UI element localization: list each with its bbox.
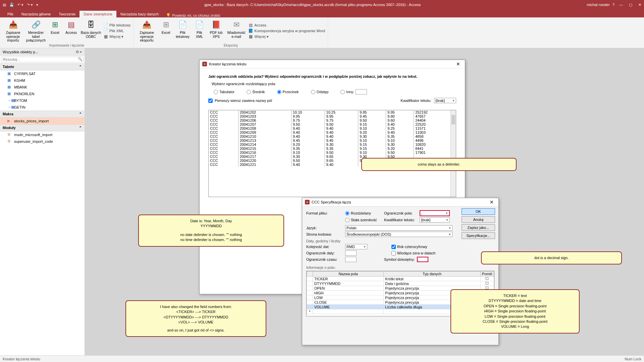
- import-text-button[interactable]: 📄Plik tekstowy: [103, 23, 131, 27]
- tab-create[interactable]: Tworzenie: [55, 11, 79, 17]
- group-label-export: Eksportuj: [137, 43, 325, 47]
- table-item[interactable]: →▦BYTOM: [0, 97, 85, 104]
- tables-category[interactable]: Tabele⌃: [0, 63, 85, 70]
- other-delim-input[interactable]: [356, 89, 367, 95]
- xml-file-icon: 📄: [103, 28, 108, 33]
- word-icon: 📘: [249, 28, 253, 33]
- module-item[interactable]: ⚙superuser_import_code: [0, 138, 85, 145]
- radio-fixed[interactable]: Stała szerokość: [345, 218, 382, 222]
- import-more-button[interactable]: ▦Więcej ▾: [103, 34, 131, 39]
- four-digit-year-checkbox[interactable]: Rok czterocyfrowy: [391, 245, 427, 249]
- email-icon: ✉: [231, 19, 242, 30]
- text-qual-select[interactable]: {brak}▼: [420, 217, 450, 223]
- date-order-label: Kolejność dat:: [306, 245, 343, 249]
- search-input[interactable]: [1, 57, 77, 62]
- user-name[interactable]: michal roesler: [587, 3, 609, 7]
- table-item[interactable]: →▦GETIN: [0, 104, 85, 111]
- export-xml-button[interactable]: 📄Plik XML: [193, 19, 206, 43]
- export-text-button[interactable]: 📄Plik tekstowy: [175, 19, 191, 43]
- export-access-button[interactable]: ▤Access: [249, 23, 325, 27]
- xml-icon: 📄: [194, 19, 205, 30]
- text-qualifier-select[interactable]: {brak}▼: [434, 98, 456, 103]
- language-select[interactable]: Polski▼: [345, 225, 452, 231]
- macros-category[interactable]: Makra⌃: [0, 111, 85, 118]
- tab-home[interactable]: Narzędzia główne: [17, 11, 55, 17]
- macro-item[interactable]: ▶stocks_prices_import: [0, 118, 85, 124]
- navpane-search[interactable]: 🔍: [1, 57, 84, 62]
- text-icon: 📄: [177, 19, 188, 30]
- date-delim-input[interactable]: [345, 250, 357, 256]
- export-pdf-button[interactable]: 📕PDF lub XPS: [208, 19, 224, 43]
- wizard-question: Jaki ogranicznik oddziela pola? Wybierz …: [208, 74, 456, 78]
- access-db-icon: ▤: [66, 19, 76, 30]
- ok-button[interactable]: OK: [462, 208, 495, 215]
- radio-semicolon[interactable]: Średnik: [247, 90, 265, 94]
- linked-table-icon: →▦: [7, 98, 12, 103]
- titlebar: ▤ 💾 ↶ ▾ ↷ ▾ ▾ gpw_stocks : Baza danych- …: [0, 0, 644, 9]
- search-icon[interactable]: 🔍: [77, 57, 83, 62]
- specs-button[interactable]: Specyfikacje...: [462, 232, 495, 239]
- help-icon[interactable]: ?: [612, 3, 614, 7]
- language-label: Język:: [306, 226, 343, 230]
- maximize-icon[interactable]: ▢: [629, 3, 632, 7]
- radio-other[interactable]: Inny:: [340, 89, 367, 95]
- saveas-button[interactable]: Zapisz jako...: [462, 224, 495, 231]
- close-icon[interactable]: ✕: [454, 61, 462, 67]
- modules-category[interactable]: Moduły⌃: [0, 124, 85, 131]
- tell-me[interactable]: 💡Powiedz mi, co chcesz zrobić: [166, 13, 220, 17]
- more-icon: ▦: [249, 34, 253, 39]
- linked-table-icon: 🔗: [31, 19, 41, 30]
- radio-comma[interactable]: Przecinek: [277, 90, 299, 94]
- close-icon[interactable]: ✕: [638, 3, 641, 7]
- scrollbar[interactable]: [450, 110, 456, 197]
- date-order-select[interactable]: RMD▼: [345, 244, 367, 249]
- decimal-symbol-input[interactable]: [417, 257, 428, 262]
- collapse-icon[interactable]: ⊙ «: [76, 50, 82, 54]
- save-icon[interactable]: 💾: [9, 3, 14, 7]
- time-delim-input[interactable]: [345, 257, 357, 262]
- radio-delimited[interactable]: Rozdzielany: [345, 211, 382, 216]
- file-format-label: Format pliku:: [306, 211, 343, 215]
- export-word-merge-button[interactable]: 📘Korespondencja seryjna w programie Word: [249, 28, 325, 33]
- table-item[interactable]: ▦MBANK: [0, 84, 85, 90]
- saved-exports-icon: 📤: [142, 19, 152, 30]
- dialog-title: Kreator łączenia tekstu: [209, 62, 247, 66]
- import-xml-button[interactable]: 📄Plik XML: [103, 28, 131, 33]
- saved-imports-button[interactable]: 📥Zapisane operacje importu: [3, 19, 23, 43]
- table-item[interactable]: ▦PKNORLEN: [0, 90, 85, 97]
- pdf-icon: 📕: [211, 19, 222, 30]
- table-item[interactable]: ▦CYFRPLSAT: [0, 70, 85, 77]
- saved-exports-button[interactable]: 📤Zapisane operacje eksportu: [137, 19, 157, 43]
- export-email-button[interactable]: ✉Wiadomość e-mail: [226, 19, 247, 43]
- import-excel-button[interactable]: ⊞Excel: [48, 19, 62, 43]
- status-right: Num Lock: [625, 357, 641, 361]
- table-icon: ▦: [7, 92, 12, 96]
- redo-icon[interactable]: ↷ ▾: [27, 3, 33, 7]
- first-row-checkbox[interactable]: Pierwszy wiersz zawiera nazwy pól: [208, 99, 272, 103]
- navpane-header[interactable]: Wszystkie obiekty p... ⊙ «: [0, 48, 85, 56]
- import-odbc-button[interactable]: 🗄Baza danych ODBC: [80, 19, 101, 43]
- import-access-button[interactable]: ▤Access: [64, 19, 78, 43]
- qat-custom-icon[interactable]: ▾: [36, 3, 38, 7]
- dialog-icon: ≡: [202, 62, 207, 66]
- close-icon[interactable]: ✕: [488, 199, 496, 205]
- export-excel-button[interactable]: ⊞Excel: [159, 19, 173, 43]
- module-item[interactable]: ⚙msdn_microsoft_import: [0, 131, 85, 138]
- tab-external-data[interactable]: Dane zewnętrzne: [79, 11, 116, 17]
- radio-space[interactable]: Odstęp: [311, 90, 328, 94]
- cancel-button[interactable]: Anuluj: [462, 216, 495, 223]
- table-item[interactable]: ▦KGHM: [0, 77, 85, 84]
- undo-icon[interactable]: ↶ ▾: [17, 3, 23, 7]
- linked-table-mgr-button[interactable]: 🔗Menedżer tabel połączonych: [25, 19, 46, 43]
- minimize-icon[interactable]: —: [619, 3, 623, 7]
- tab-db-tools[interactable]: Narzędzia bazy danych: [116, 11, 163, 17]
- table-icon: ▦: [7, 71, 12, 76]
- leading-zeros-checkbox[interactable]: Wiodące zera w datach: [391, 251, 435, 255]
- text-file-icon: 📄: [103, 23, 108, 27]
- field-delim-select[interactable]: ,▼: [420, 210, 450, 216]
- radio-tab[interactable]: Tabulator: [214, 90, 234, 94]
- codepage-select[interactable]: Środkowoeuropejski (DOS)▼: [345, 232, 452, 237]
- export-more-button[interactable]: ▦Więcej ▾: [249, 34, 325, 39]
- excel-icon: ⊞: [161, 19, 171, 30]
- tab-file[interactable]: Plik: [3, 11, 17, 17]
